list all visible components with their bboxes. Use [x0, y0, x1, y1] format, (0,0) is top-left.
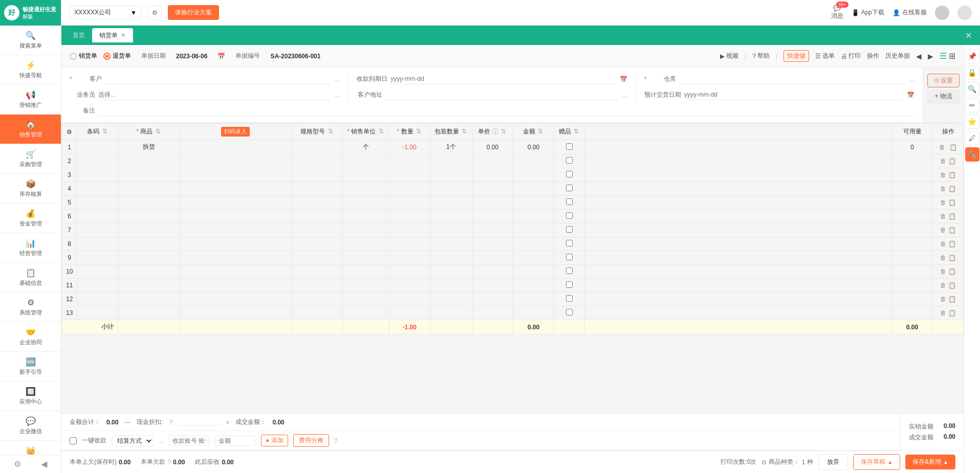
- copy-icon[interactable]: 📋: [948, 309, 956, 317]
- float-btn-search[interactable]: 🔍: [965, 82, 979, 96]
- expense-help-icon[interactable]: ?: [334, 437, 338, 444]
- customer-addr-input[interactable]: [385, 89, 617, 100]
- copy-icon[interactable]: 📋: [948, 254, 956, 261]
- row-qty[interactable]: [389, 154, 430, 168]
- float-btn-edit[interactable]: ✏: [965, 98, 979, 112]
- gift-checkbox[interactable]: [566, 143, 573, 150]
- delete-icon[interactable]: 🗑: [940, 296, 946, 303]
- row-pack[interactable]: 1个: [430, 140, 472, 154]
- shortcut-btn[interactable]: 快捷键: [783, 50, 809, 62]
- history-btn[interactable]: 历史单据: [885, 52, 910, 60]
- prev-arrow[interactable]: ◀: [916, 52, 922, 60]
- user-avatar[interactable]: [935, 6, 949, 20]
- sidebar-settings-btn[interactable]: ⚙: [14, 459, 21, 469]
- goods-type[interactable]: ⊙ 商品种类： 1 种: [761, 458, 813, 466]
- calendar-icon3[interactable]: 📅: [907, 92, 914, 99]
- remark-input[interactable]: [98, 105, 914, 116]
- msg-btn[interactable]: 💬 消息 99+: [831, 5, 843, 20]
- sort-spec[interactable]: ⇅: [328, 128, 333, 135]
- sort-barcode[interactable]: ⇅: [102, 128, 107, 135]
- customer-dots[interactable]: ...: [335, 76, 340, 83]
- online-service-btn[interactable]: 👤 在线客服: [892, 8, 927, 17]
- sort-gift[interactable]: ⇅: [574, 128, 579, 135]
- copy-icon[interactable]: 📋: [948, 157, 956, 165]
- delete-icon[interactable]: 🗑: [940, 240, 946, 247]
- sort-unit[interactable]: ⇅: [379, 128, 384, 135]
- row-product[interactable]: [118, 154, 180, 168]
- delete-icon[interactable]: 🗑: [940, 199, 946, 206]
- copy-icon[interactable]: 📋: [948, 171, 956, 178]
- delete-icon[interactable]: 🗑: [940, 282, 946, 289]
- sidebar-item-basic[interactable]: 📋 基础信息: [0, 263, 61, 292]
- salesperson-input[interactable]: [98, 89, 330, 100]
- arrears-help-icon[interactable]: ?: [167, 459, 171, 466]
- gift-checkbox[interactable]: [566, 281, 573, 288]
- addr-dots[interactable]: ...: [622, 92, 627, 99]
- float-btn-star[interactable]: ⭐: [965, 115, 979, 129]
- sort-pack[interactable]: ⇅: [462, 128, 467, 135]
- calendar-icon[interactable]: 📅: [217, 53, 225, 60]
- video-btn[interactable]: ▶ 视频: [720, 52, 738, 60]
- th-settings[interactable]: ⚙: [62, 124, 77, 140]
- copy-icon[interactable]: 📋: [948, 268, 956, 275]
- gift-checkbox[interactable]: [566, 226, 573, 233]
- radio-return[interactable]: 退货单: [103, 52, 131, 60]
- tab-home[interactable]: 首页: [66, 28, 92, 42]
- select-btn[interactable]: ☰ 选单: [815, 52, 835, 60]
- row-barcode[interactable]: [77, 154, 118, 168]
- sidebar-item-search[interactable]: 🔍 搜索菜单: [0, 26, 61, 55]
- gift-checkbox[interactable]: [566, 171, 573, 177]
- sidebar-item-sales[interactable]: 🏠 销售管理: [0, 115, 61, 144]
- delete-icon[interactable]: 🗑: [939, 144, 945, 151]
- row-amount[interactable]: [513, 154, 554, 168]
- sidebar-item-apps[interactable]: 🔲 应用中心: [0, 381, 61, 411]
- gift-checkbox[interactable]: [566, 309, 573, 316]
- row-pack[interactable]: [430, 154, 472, 168]
- row-product[interactable]: 拆货: [118, 140, 180, 154]
- sidebar-item-purchase[interactable]: 🛒 采购管理: [0, 144, 61, 174]
- customer-input[interactable]: [105, 74, 330, 84]
- delete-icon[interactable]: 🗑: [940, 171, 946, 178]
- copy-icon[interactable]: 📋: [948, 199, 956, 206]
- float-btn-pen[interactable]: 🖊: [965, 131, 979, 145]
- delete-icon[interactable]: 🗑: [940, 268, 946, 275]
- row-qty[interactable]: -1.00: [389, 140, 430, 154]
- float-btn-pin[interactable]: 📌: [965, 49, 979, 63]
- gift-checkbox[interactable]: [566, 254, 573, 260]
- copy-icon[interactable]: 📋: [948, 227, 956, 234]
- float-btn-lock[interactable]: 🔒: [965, 65, 979, 80]
- save-draft-btn[interactable]: 保存草稿 ▲: [853, 454, 900, 470]
- topbar-settings-btn[interactable]: ⚙: [147, 6, 162, 20]
- window-close-btn[interactable]: ✕: [961, 29, 976, 42]
- delete-icon[interactable]: 🗑: [940, 254, 946, 261]
- row-unit[interactable]: [343, 154, 389, 168]
- print-btn[interactable]: 🖨 打印: [841, 52, 861, 60]
- th-scan[interactable]: 扫码录入: [180, 124, 292, 140]
- price-info-icon[interactable]: ⓘ: [492, 128, 498, 135]
- sidebar-item-wechat[interactable]: 💬 企业微信: [0, 411, 61, 441]
- tab-sales[interactable]: 销货单 ✕: [92, 28, 133, 42]
- row-price[interactable]: [472, 154, 513, 168]
- user-avatar-2[interactable]: [957, 6, 972, 20]
- copy-icon[interactable]: 📋: [948, 240, 956, 247]
- operate-btn[interactable]: 操作: [867, 52, 879, 60]
- warehouse-input[interactable]: 建材仓: [679, 74, 904, 84]
- calendar-icon2[interactable]: 📅: [620, 76, 627, 83]
- discount-input[interactable]: [179, 418, 220, 426]
- sidebar-item-system[interactable]: ⚙ 系统管理: [0, 292, 61, 322]
- app-download-btn[interactable]: 📱 App下载: [852, 8, 884, 17]
- row-unit[interactable]: 个: [343, 140, 389, 154]
- save-new-caret[interactable]: ▲: [943, 459, 948, 465]
- delete-icon[interactable]: 🗑: [940, 227, 946, 234]
- sidebar-item-member[interactable]: 👑 畅会员: [0, 441, 61, 455]
- delete-icon[interactable]: 🗑: [940, 309, 946, 317]
- add-payment-btn[interactable]: ● 添加: [261, 435, 288, 446]
- gift-checkbox[interactable]: [566, 198, 573, 205]
- sort-product[interactable]: ⇅: [156, 128, 161, 135]
- help-btn[interactable]: ? 帮助: [752, 52, 770, 60]
- sidebar-item-marketing[interactable]: 📢 营销推广: [0, 85, 61, 115]
- sidebar-item-inventory[interactable]: 📦 库存核算: [0, 174, 61, 204]
- delete-icon[interactable]: 🗑: [940, 213, 946, 220]
- sidebar-item-quick-nav[interactable]: ⚡ 快捷导航: [0, 55, 61, 85]
- expense-btn[interactable]: 费用分摊: [293, 434, 329, 447]
